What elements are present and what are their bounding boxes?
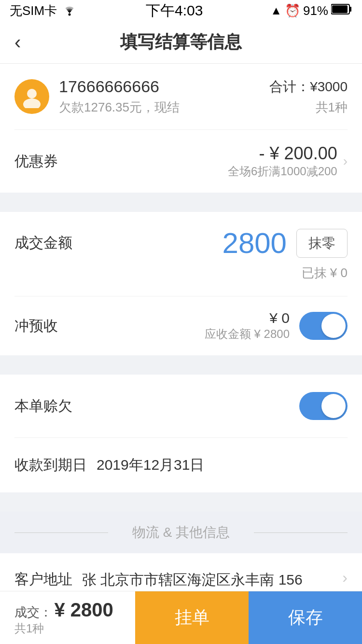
logistics-sep: 物流 & 其他信息 <box>0 512 362 553</box>
prepay-toggle[interactable] <box>299 312 348 340</box>
debt-row: 本单赊欠 <box>14 375 348 437</box>
prepay-row: 冲预收 ¥ 0 应收金额 ¥ 2800 <box>14 296 348 355</box>
wifi-icon <box>61 2 78 19</box>
coupon-amount: - ¥ 200.00 <box>228 143 337 164</box>
page-title: 填写结算等信息 <box>120 30 242 54</box>
bottom-buttons: 挂单 保存 <box>135 591 362 644</box>
avatar <box>14 79 49 114</box>
coupon-row[interactable]: 优惠券 - ¥ 200.00 全场6折满1000减200 › <box>0 130 362 193</box>
duedate-label: 收款到期日 <box>14 455 87 475</box>
svg-point-4 <box>27 89 37 98</box>
coupon-desc: 全场6折满1000减200 <box>228 164 337 179</box>
bottom-deal-label: 成交： <box>14 605 52 619</box>
customer-row: 17666666666 欠款1276.35元，现结 合计：¥3000 共1种 <box>0 64 362 129</box>
transaction-card: 成交金额 2800 抹零 已抹 ¥ 0 冲预收 ¥ 0 应收金额 ¥ 2800 <box>0 212 362 355</box>
back-button[interactable]: ‹ <box>14 31 21 53</box>
total-count: 共1种 <box>269 99 348 116</box>
amount-value-wrap: 2800 抹零 <box>223 226 348 260</box>
status-right: ▲ ⏰ 91% <box>270 3 352 18</box>
prepay-value: ¥ 0 <box>205 310 290 326</box>
address-chevron-icon: › <box>342 569 348 587</box>
status-bar: 无SIM卡 下午4:03 ▲ ⏰ 91% <box>0 0 362 21</box>
bottom-amount: ¥ 2800 <box>54 599 113 620</box>
prepay-label: 冲预收 <box>14 316 58 336</box>
section-sep-1 <box>0 202 362 212</box>
svg-point-0 <box>69 13 71 15</box>
prepay-sub: 应收金额 ¥ 2800 <box>205 326 290 342</box>
coupon-label: 优惠券 <box>14 152 58 171</box>
main-content: 17666666666 欠款1276.35元，现结 合计：¥3000 共1种 优… <box>0 64 362 644</box>
pending-button[interactable]: 挂单 <box>135 591 249 644</box>
nav-bar: ‹ 填写结算等信息 <box>0 21 362 64</box>
round-button[interactable]: 抹零 <box>296 229 348 258</box>
logistics-text: 物流 & 其他信息 <box>132 523 230 542</box>
debt-toggle[interactable] <box>299 392 348 420</box>
transaction-amount: 2800 <box>223 226 287 260</box>
no-sim-text: 无SIM卡 <box>10 2 57 19</box>
prepay-section: 冲预收 ¥ 0 应收金额 ¥ 2800 <box>0 296 362 355</box>
logistics-line-left <box>14 532 108 533</box>
customer-sub: 欠款1276.35元，现结 <box>59 99 180 116</box>
svg-rect-3 <box>332 5 348 13</box>
customer-right: 合计：¥3000 共1种 <box>269 78 348 116</box>
bottom-summary: 成交： ¥ 2800 共1种 <box>0 599 135 636</box>
battery-icon <box>331 3 352 18</box>
transaction-sub: 已抹 ¥ 0 <box>14 265 348 296</box>
duedate-row: 收款到期日 2019年12月31日 <box>14 437 348 492</box>
section-sep-2 <box>0 365 362 375</box>
transaction-label: 成交金额 <box>14 233 72 253</box>
svg-rect-2 <box>349 7 351 12</box>
customer-info: 17666666666 欠款1276.35元，现结 <box>59 77 180 116</box>
bottom-bar: 成交： ¥ 2800 共1种 挂单 保存 <box>0 591 362 644</box>
total-label: 合计：¥3000 <box>269 78 348 96</box>
customer-left: 17666666666 欠款1276.35元，现结 <box>14 77 180 116</box>
prepay-value-wrap: ¥ 0 应收金额 ¥ 2800 <box>205 310 290 342</box>
duedate-section: 收款到期日 2019年12月31日 <box>0 437 362 492</box>
duedate-value[interactable]: 2019年12月31日 <box>97 455 204 475</box>
coupon-right: - ¥ 200.00 全场6折满1000减200 › <box>228 143 348 179</box>
address-label: 客户地址 <box>14 569 72 589</box>
clock-icon: ⏰ <box>285 3 300 18</box>
customer-card: 17666666666 欠款1276.35元，现结 合计：¥3000 共1种 优… <box>0 64 362 193</box>
debt-label: 本单赊欠 <box>14 396 72 416</box>
logistics-line-right <box>254 532 348 533</box>
amount-row: 成交金额 2800 抹零 <box>14 226 348 265</box>
amount-section: 成交金额 2800 抹零 已抹 ¥ 0 <box>0 212 362 296</box>
save-button[interactable]: 保存 <box>249 591 362 644</box>
debt-section: 本单赊欠 <box>0 375 362 437</box>
battery-text: 91% <box>303 3 328 18</box>
section-sep-3 <box>0 502 362 512</box>
location-icon: ▲ <box>270 4 282 17</box>
status-left: 无SIM卡 <box>10 2 78 19</box>
chevron-right-icon: › <box>343 154 348 169</box>
prepay-right: ¥ 0 应收金额 ¥ 2800 <box>205 310 348 342</box>
status-time: 下午4:03 <box>146 1 203 21</box>
svg-point-5 <box>23 98 41 108</box>
bottom-count: 共1种 <box>14 621 121 636</box>
debt-card: 本单赊欠 收款到期日 2019年12月31日 <box>0 375 362 492</box>
customer-phone: 17666666666 <box>59 77 180 96</box>
